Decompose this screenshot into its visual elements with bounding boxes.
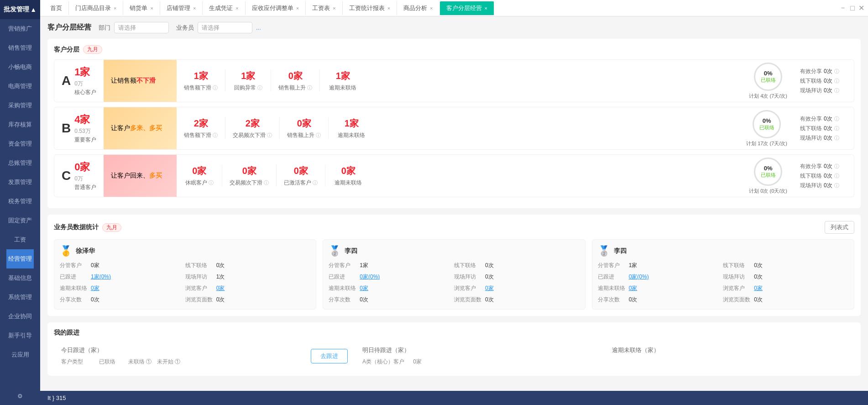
sidebar-item-销售管理[interactable]: 销售管理 [6, 38, 34, 58]
staff-stat-item: 逾期未联络 0家 [598, 284, 723, 292]
goto-followup-btn[interactable]: 去跟进 [311, 349, 348, 363]
info-icon[interactable]: ⓘ [213, 132, 218, 139]
staff-stat-val[interactable]: 0家 [629, 284, 638, 292]
staff-stat-val[interactable]: 1家(0%) [91, 273, 111, 281]
department-select[interactable]: 请选择 [114, 22, 169, 33]
followup-grid: 今日跟进（家） 客户类型 已联络 未联络 ① 未开始 ① 去 [54, 342, 854, 369]
sidebar-item-库存核算[interactable]: 库存核算 [6, 115, 34, 134]
sidebar-item-采购管理[interactable]: 采购管理 [6, 96, 34, 115]
tab-门店商品目录[interactable]: 门店商品目录× [69, 1, 123, 15]
tab-close-商品分析[interactable]: × [430, 5, 433, 11]
tab-close-店铺管理[interactable]: × [193, 5, 196, 11]
side-info-icon[interactable]: ⓘ [834, 163, 839, 170]
tab-工资统计报表[interactable]: 工资统计报表× [343, 1, 397, 15]
sidebar-item-企业协同[interactable]: 企业协同 [6, 307, 34, 326]
staff-stat-val: 0次 [216, 262, 225, 269]
salesperson-select[interactable]: 请选择 [198, 22, 252, 33]
info-icon[interactable]: ⓘ [307, 84, 312, 91]
tab-close-生成凭证[interactable]: × [235, 5, 238, 11]
tier-stat: 0家 已激活客户 ⓘ [277, 165, 325, 187]
staff-stat-val[interactable]: 0家(0%) [360, 273, 380, 281]
staff-stat-val[interactable]: 0家 [485, 284, 494, 292]
tier-slogan-text: 让客户多来、多买 [111, 124, 162, 132]
side-stat-val: 0次 [824, 68, 832, 75]
tab-销货单[interactable]: 销货单× [123, 1, 160, 15]
staff-stat-val[interactable]: 0家(0%) [629, 273, 649, 281]
side-info-icon[interactable]: ⓘ [834, 125, 839, 132]
sidebar-item-系统管理[interactable]: 系统管理 [6, 288, 34, 307]
tier-stat: 0家 交易频次下滑 ⓘ [222, 165, 277, 187]
circle-wrap: 0% 已联络 [754, 158, 782, 186]
tab-客户分层经营[interactable]: 客户分层经营× [440, 1, 494, 15]
minimize-icon[interactable]: － [839, 3, 847, 13]
sidebar-item-云应用[interactable]: 云应用 [6, 345, 34, 364]
staff-stat-item: 浏览页面数 0次 [723, 296, 848, 304]
tab-close-应收应付调整单[interactable]: × [296, 5, 299, 11]
tier-letter: B [62, 121, 71, 136]
tier-row-B: B 4家 0.53万 重要客户 让客户多来、多买 2家 销售额下滑 ⓘ 2家 交… [54, 107, 854, 150]
info-icon[interactable]: ⓘ [316, 132, 321, 139]
sidebar-item-新手引导[interactable]: 新手引导 [6, 326, 34, 345]
tab-生成凭证[interactable]: 生成凭证× [203, 1, 245, 15]
tab-close-工资统计报表[interactable]: × [387, 5, 390, 11]
staff-card-2: 🥈 李四 分管客户 1家 线下联络 0次 已跟进 0家(0%) 现场拜访 0次 … [592, 239, 854, 310]
sidebar-item-基础信息[interactable]: 基础信息 [6, 268, 34, 288]
circle-label: 已联络 [761, 77, 776, 84]
tab-商品分析[interactable]: 商品分析× [397, 1, 439, 15]
tab-首页[interactable]: 首页 [44, 1, 69, 15]
staff-name-row: 🥈 李四 [598, 245, 848, 257]
side-info-icon[interactable]: ⓘ [834, 87, 839, 94]
staff-stat-val[interactable]: 0家 [754, 284, 763, 292]
side-info-icon[interactable]: ⓘ [834, 135, 839, 142]
side-info-icon[interactable]: ⓘ [834, 68, 839, 75]
sidebar-item-电商管理[interactable]: 电商管理 [6, 77, 34, 96]
staff-stat-label: 分享次数 [60, 296, 87, 304]
tab-工资表[interactable]: 工资表× [306, 1, 342, 15]
sidebar-item-工资[interactable]: 工资 [6, 230, 34, 249]
side-info-icon[interactable]: ⓘ [834, 116, 839, 122]
sidebar-item-税务管理[interactable]: 税务管理 [6, 192, 34, 211]
more-filters-btn[interactable]: ... [256, 24, 261, 31]
side-info-icon[interactable]: ⓘ [834, 78, 839, 84]
sidebar-header[interactable]: 批发管理 ▲ [0, 0, 40, 19]
list-view-btn[interactable]: 列表式 [825, 221, 854, 234]
tier-amount: 0万 [74, 80, 96, 88]
sidebar-item-经营管理[interactable]: 经营管理 [6, 249, 34, 268]
staff-stat-item: 已跟进 1家(0%) [60, 273, 185, 281]
tab-close-工资表[interactable]: × [333, 5, 335, 11]
tier-name: 普通客户 [74, 184, 96, 191]
sidebar-settings[interactable]: ⚙ [0, 387, 40, 405]
info-icon[interactable]: ⓘ [209, 179, 214, 186]
tab-close-客户分层经营[interactable]: × [485, 5, 487, 11]
tab-应收应付调整单[interactable]: 应收应付调整单× [246, 1, 306, 15]
staff-stat-val: 0次 [629, 296, 638, 304]
customer-section-title: 客户分层 [54, 46, 79, 54]
tier-stat: 0家 休眠客户 ⓘ [177, 165, 222, 187]
tab-close-销货单[interactable]: × [150, 5, 153, 11]
staff-stat-val[interactable]: 0家 [216, 284, 225, 292]
info-icon[interactable]: ⓘ [267, 132, 272, 139]
staff-stat-item: 现场拜访 0次 [723, 273, 848, 281]
staff-stat-label: 分享次数 [598, 296, 625, 304]
info-icon[interactable]: ⓘ [313, 179, 318, 186]
info-icon[interactable]: ⓘ [257, 84, 262, 91]
sidebar-item-小畅电商[interactable]: 小畅电商 [6, 58, 34, 77]
staff-stat-val[interactable]: 0家 [360, 284, 368, 292]
tab-店铺管理[interactable]: 店铺管理× [160, 1, 203, 15]
tier-circle: 0% 已联络 计划 17次 (7天/次) [739, 107, 795, 149]
side-info-icon[interactable]: ⓘ [834, 182, 839, 189]
sidebar-item-总账管理[interactable]: 总账管理 [6, 153, 34, 173]
sidebar-item-固定资产[interactable]: 固定资产 [6, 211, 34, 230]
close-icon[interactable]: ✕ [858, 4, 864, 12]
side-stat-val: 0次 [824, 172, 832, 180]
sidebar-item-资金管理[interactable]: 资金管理 [6, 134, 34, 153]
tab-close-门店商品目录[interactable]: × [114, 5, 116, 11]
sidebar-item-发票管理[interactable]: 发票管理 [6, 173, 34, 192]
stat-num: 1家 [345, 117, 359, 130]
staff-stat-val[interactable]: 0家 [91, 284, 99, 292]
info-icon[interactable]: ⓘ [213, 84, 218, 91]
sidebar-item-营销推广[interactable]: 营销推广 [6, 19, 34, 38]
info-icon[interactable]: ⓘ [264, 179, 269, 186]
side-info-icon[interactable]: ⓘ [834, 173, 839, 179]
maximize-icon[interactable]: □ [850, 4, 855, 12]
